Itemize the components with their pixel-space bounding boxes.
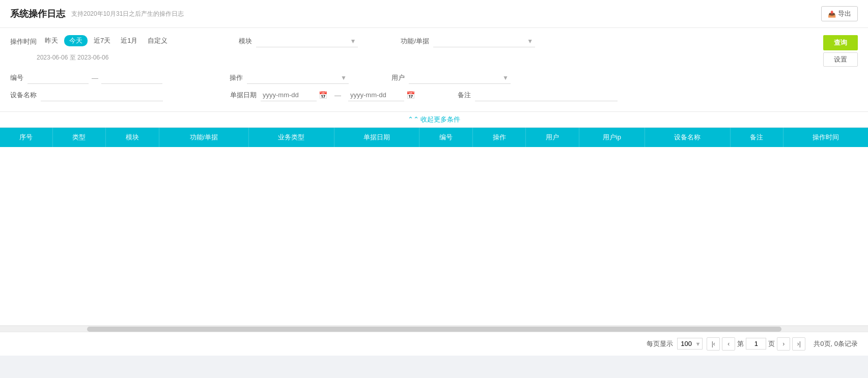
col-type: 类型 xyxy=(52,128,105,147)
collapse-label: 收起更多条件 xyxy=(421,115,460,123)
col-biz-type: 业务类型 xyxy=(249,128,334,147)
col-number: 编号 xyxy=(419,128,472,147)
remark-filter-item: 备注 xyxy=(458,89,618,101)
time-btn-custom[interactable]: 自定义 xyxy=(144,35,172,46)
voucher-date-from-input[interactable] xyxy=(261,89,317,101)
user-select-wrapper: ▼ xyxy=(409,72,511,84)
collapse-bar[interactable]: ⌃⌃ 收起更多条件 xyxy=(0,112,868,128)
device-filter-item: 设备名称 xyxy=(10,89,163,101)
col-op-time: 操作时间 xyxy=(783,128,868,147)
function-select[interactable] xyxy=(433,35,535,47)
remark-label: 备注 xyxy=(458,91,471,100)
operation-select[interactable] xyxy=(247,72,349,84)
operation-filter-item: 操作 ▼ xyxy=(230,72,349,84)
col-module: 模块 xyxy=(106,128,159,147)
query-button[interactable]: 查询 xyxy=(823,35,858,50)
next-page-button[interactable]: › xyxy=(777,337,790,351)
calendar-from-icon[interactable]: 📅 xyxy=(319,91,327,99)
time-btn-7days[interactable]: 近7天 xyxy=(90,35,115,46)
calendar-to-icon[interactable]: 📅 xyxy=(406,91,415,99)
number-to-input[interactable] xyxy=(101,72,162,84)
total-label: 共0页, 0条记录 xyxy=(814,339,858,348)
settings-button[interactable]: 设置 xyxy=(823,52,858,67)
col-function: 功能/单据 xyxy=(159,128,248,147)
col-index: 序号 xyxy=(0,128,52,147)
user-filter-item: 用户 ▼ xyxy=(391,72,511,84)
scroll-thumb[interactable] xyxy=(87,327,781,332)
page-navigation: |‹ ‹ 第 页 › ›| xyxy=(707,337,805,351)
device-input[interactable] xyxy=(41,89,163,101)
filter-area: 操作时间 昨天 今天 近7天 近1月 自定义 2023-06-06 至 2023… xyxy=(0,28,868,112)
page-label: 第 xyxy=(737,339,744,348)
time-filter-label: 操作时间 xyxy=(10,37,37,46)
user-label: 用户 xyxy=(391,73,405,82)
col-user-ip: 用户ip xyxy=(579,128,645,147)
page-subtitle: 支持2020年10月31日之后产生的操作日志 xyxy=(71,10,184,18)
filter-row-1: 操作时间 昨天 今天 近7天 近1月 自定义 2023-06-06 至 2023… xyxy=(10,35,858,67)
time-btn-1month[interactable]: 近1月 xyxy=(117,35,142,46)
empty-row xyxy=(0,147,868,325)
module-select[interactable] xyxy=(256,35,358,47)
module-select-wrapper: ▼ xyxy=(256,35,358,47)
collapse-icon: ⌃⌃ xyxy=(408,115,419,123)
export-icon: 📤 xyxy=(828,10,836,18)
table-header-row: 序号 类型 模块 功能/单据 业务类型 单据日期 编号 操作 用户 用户ip 设… xyxy=(0,128,868,147)
voucher-date-label: 单据日期 xyxy=(230,91,257,100)
col-remark: 备注 xyxy=(730,128,783,147)
time-filter-item: 操作时间 昨天 今天 近7天 近1月 自定义 2023-06-06 至 2023… xyxy=(10,35,172,62)
prev-page-button[interactable]: ‹ xyxy=(722,337,735,351)
function-select-wrapper: ▼ xyxy=(433,35,535,47)
voucher-date-from-wrapper: 📅 xyxy=(261,89,327,101)
module-filter-item: 模块 ▼ xyxy=(239,35,358,47)
operation-label: 操作 xyxy=(230,73,243,82)
module-label: 模块 xyxy=(239,37,252,46)
page-unit: 页 xyxy=(768,339,775,348)
page-header: 系统操作日志 支持2020年10月31日之后产生的操作日志 📤 导出 xyxy=(0,0,868,28)
col-device: 设备名称 xyxy=(645,128,730,147)
per-page-wrapper: 100 50 200 ▼ xyxy=(677,338,703,350)
pagination-bar: 每页显示 100 50 200 ▼ |‹ ‹ 第 页 › ›| 共0页, 0条记… xyxy=(0,332,868,356)
user-select[interactable] xyxy=(409,72,511,84)
action-buttons: 查询 设置 xyxy=(823,35,858,67)
remark-input[interactable] xyxy=(475,89,618,101)
voucher-date-sep: — xyxy=(334,92,341,99)
number-range-sep: — xyxy=(92,74,98,82)
voucher-date-to-wrapper: 📅 xyxy=(348,89,415,101)
number-from-input[interactable] xyxy=(27,72,89,84)
export-button[interactable]: 📤 导出 xyxy=(821,6,858,21)
time-range-display: 2023-06-06 至 2023-06-06 xyxy=(37,53,108,62)
page-number-input[interactable] xyxy=(746,338,766,350)
col-user: 用户 xyxy=(526,128,579,147)
filter-row-2: 编号 — 操作 ▼ 用户 ▼ xyxy=(10,72,858,84)
empty-area xyxy=(0,147,868,325)
number-range: — xyxy=(27,72,162,84)
table-body xyxy=(0,147,868,325)
voucher-date-to-input[interactable] xyxy=(348,89,404,101)
operation-select-wrapper: ▼ xyxy=(247,72,349,84)
data-table: 序号 类型 模块 功能/单据 业务类型 单据日期 编号 操作 用户 用户ip 设… xyxy=(0,128,868,326)
device-label: 设备名称 xyxy=(10,91,37,100)
col-operation: 操作 xyxy=(472,128,525,147)
first-page-button[interactable]: |‹ xyxy=(707,337,720,351)
time-btn-today[interactable]: 今天 xyxy=(64,35,88,46)
per-page-select[interactable]: 100 50 200 xyxy=(677,338,703,350)
col-voucher-date: 单据日期 xyxy=(334,128,419,147)
time-buttons: 昨天 今天 近7天 近1月 自定义 xyxy=(41,35,172,46)
function-filter-item: 功能/单据 ▼ xyxy=(401,35,535,47)
page-title: 系统操作日志 xyxy=(10,8,65,20)
table-header: 序号 类型 模块 功能/单据 业务类型 单据日期 编号 操作 用户 用户ip 设… xyxy=(0,128,868,147)
number-label: 编号 xyxy=(10,73,23,82)
last-page-button[interactable]: ›| xyxy=(792,337,805,351)
per-page-label: 每页显示 xyxy=(647,339,673,348)
horizontal-scroll-bar[interactable] xyxy=(0,326,868,332)
number-filter-item: 编号 — xyxy=(10,72,162,84)
function-label: 功能/单据 xyxy=(401,37,429,46)
voucher-date-filter-item: 单据日期 📅 — 📅 xyxy=(230,89,415,101)
time-btn-yesterday[interactable]: 昨天 xyxy=(41,35,62,46)
filter-row-3: 设备名称 单据日期 📅 — 📅 备注 xyxy=(10,89,858,101)
table-area: 序号 类型 模块 功能/单据 业务类型 单据日期 编号 操作 用户 用户ip 设… xyxy=(0,128,868,326)
